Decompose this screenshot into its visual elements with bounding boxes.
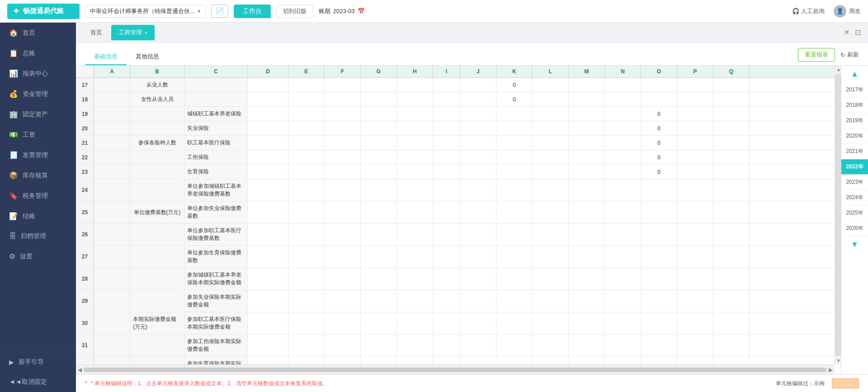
row-19-d[interactable] bbox=[248, 107, 288, 121]
row-27-b[interactable] bbox=[130, 246, 184, 268]
row-22-k[interactable] bbox=[496, 150, 533, 164]
row-29-n[interactable] bbox=[605, 290, 641, 312]
row-24-h[interactable] bbox=[397, 179, 433, 201]
row-27-j[interactable] bbox=[460, 246, 496, 268]
row-20-f[interactable] bbox=[325, 121, 361, 135]
row-21-k[interactable] bbox=[496, 136, 533, 150]
row-31-p[interactable] bbox=[677, 335, 713, 356]
row-30-j[interactable] bbox=[460, 312, 496, 334]
row-19-o[interactable]: 0 bbox=[641, 107, 677, 121]
row-31-a[interactable] bbox=[94, 335, 130, 356]
row-31-d[interactable] bbox=[248, 335, 288, 356]
row-17-a[interactable] bbox=[94, 78, 130, 92]
row-23-a[interactable] bbox=[94, 165, 130, 179]
row-23-k[interactable] bbox=[496, 165, 533, 179]
row-24-e[interactable] bbox=[288, 179, 325, 201]
row-24-a[interactable] bbox=[94, 179, 130, 201]
row-24-n[interactable] bbox=[605, 179, 641, 201]
row-30-i[interactable] bbox=[433, 312, 460, 334]
row-30-o[interactable] bbox=[641, 312, 677, 334]
scroll-left-button[interactable]: ◀ bbox=[78, 367, 82, 373]
spreadsheet[interactable]: A B C D E F G H I J K L M N O P Q bbox=[76, 66, 835, 374]
sidebar-item-home[interactable]: 🏠 首页 bbox=[0, 23, 76, 43]
row-20-a[interactable] bbox=[94, 121, 130, 135]
row-18-q[interactable] bbox=[713, 92, 750, 106]
row-29-j[interactable] bbox=[460, 290, 496, 312]
row-19-q[interactable] bbox=[713, 107, 750, 121]
row-22-l[interactable] bbox=[533, 150, 569, 164]
row-26-h[interactable] bbox=[397, 224, 433, 245]
row-20-b[interactable] bbox=[130, 121, 184, 135]
row-23-h[interactable] bbox=[397, 165, 433, 179]
row-30-f[interactable] bbox=[325, 312, 361, 334]
row-23-e[interactable] bbox=[288, 165, 325, 179]
row-30-l[interactable] bbox=[533, 312, 569, 334]
row-30-e[interactable] bbox=[288, 312, 325, 334]
row-27-k[interactable] bbox=[496, 246, 533, 268]
row-21-o[interactable]: 0 bbox=[641, 136, 677, 150]
row-17-q[interactable] bbox=[713, 78, 750, 92]
row-23-m[interactable] bbox=[569, 165, 605, 179]
row-18-a[interactable] bbox=[94, 92, 130, 106]
row-31-q[interactable] bbox=[713, 335, 750, 356]
row-18-h[interactable] bbox=[397, 92, 433, 106]
row-21-e[interactable] bbox=[288, 136, 325, 150]
row-26-b[interactable] bbox=[130, 224, 184, 245]
row-30-p[interactable] bbox=[677, 312, 713, 334]
row-31-i[interactable] bbox=[433, 335, 460, 356]
row-18-k[interactable]: 0 bbox=[496, 92, 533, 106]
scroll-down-button[interactable]: ▼ bbox=[835, 357, 841, 364]
sidebar-item-salary[interactable]: 💵 工资 bbox=[0, 124, 76, 145]
row-19-l[interactable] bbox=[533, 107, 569, 121]
row-20-h[interactable] bbox=[397, 121, 433, 135]
year-item-2023[interactable]: 2023年 bbox=[841, 175, 868, 190]
row-17-d[interactable] bbox=[248, 78, 288, 92]
row-29-g[interactable] bbox=[361, 290, 397, 312]
row-28-j[interactable] bbox=[460, 268, 496, 290]
row-25-j[interactable] bbox=[460, 201, 496, 223]
row-17-p[interactable] bbox=[677, 78, 713, 92]
row-25-q[interactable] bbox=[713, 201, 750, 223]
row-29-d[interactable] bbox=[248, 290, 288, 312]
old-version-button[interactable]: 切到旧版 bbox=[276, 5, 313, 18]
row-21-a[interactable] bbox=[94, 136, 130, 150]
row-20-k[interactable] bbox=[496, 121, 533, 135]
tab-industrial[interactable]: 工商管理 × bbox=[111, 25, 155, 40]
row-19-e[interactable] bbox=[288, 107, 325, 121]
row-19-b[interactable] bbox=[130, 107, 184, 121]
row-21-n[interactable] bbox=[605, 136, 641, 150]
row-19-g[interactable] bbox=[361, 107, 397, 121]
row-20-j[interactable] bbox=[460, 121, 496, 135]
row-17-k[interactable]: 0 bbox=[496, 78, 533, 92]
row-28-g[interactable] bbox=[361, 268, 397, 290]
row-25-o[interactable] bbox=[641, 201, 677, 223]
row-21-g[interactable] bbox=[361, 136, 397, 150]
row-23-g[interactable] bbox=[361, 165, 397, 179]
row-31-h[interactable] bbox=[397, 335, 433, 356]
row-28-p[interactable] bbox=[677, 268, 713, 290]
row-20-i[interactable] bbox=[433, 121, 460, 135]
row-18-f[interactable] bbox=[325, 92, 361, 106]
row-19-k[interactable] bbox=[496, 107, 533, 121]
year-item-2019[interactable]: 2019年 bbox=[841, 113, 868, 129]
year-down-arrow[interactable]: ▼ bbox=[841, 236, 868, 253]
row-18-d[interactable] bbox=[248, 92, 288, 106]
row-22-m[interactable] bbox=[569, 150, 605, 164]
row-21-m[interactable] bbox=[569, 136, 605, 150]
row-22-n[interactable] bbox=[605, 150, 641, 164]
row-25-l[interactable] bbox=[533, 201, 569, 223]
row-27-h[interactable] bbox=[397, 246, 433, 268]
row-21-q[interactable] bbox=[713, 136, 750, 150]
row-26-m[interactable] bbox=[569, 224, 605, 245]
row-25-p[interactable] bbox=[677, 201, 713, 223]
row-17-e[interactable] bbox=[288, 78, 325, 92]
close-icon[interactable]: × bbox=[145, 30, 147, 35]
row-27-g[interactable] bbox=[361, 246, 397, 268]
row-27-o[interactable] bbox=[641, 246, 677, 268]
row-22-b[interactable] bbox=[130, 150, 184, 164]
row-18-e[interactable] bbox=[288, 92, 325, 106]
row-29-f[interactable] bbox=[325, 290, 361, 312]
row-18-g[interactable] bbox=[361, 92, 397, 106]
row-25-k[interactable] bbox=[496, 201, 533, 223]
year-item-2022[interactable]: 2022年 bbox=[841, 159, 868, 175]
